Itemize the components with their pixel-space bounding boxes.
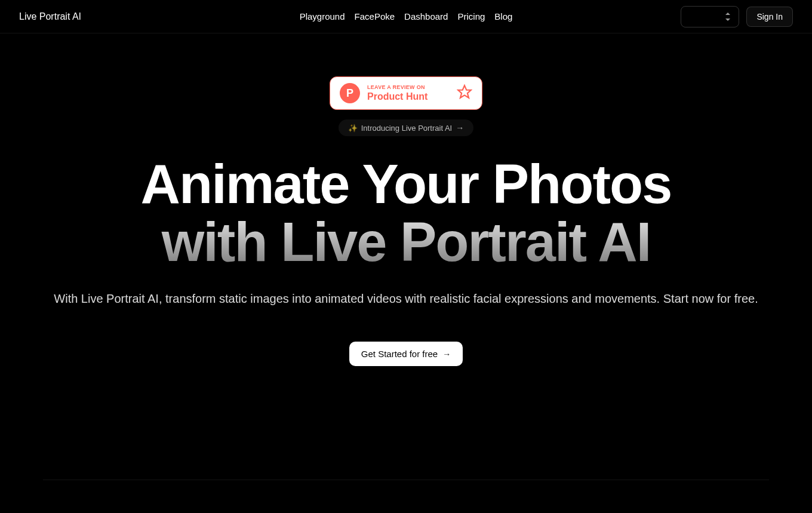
product-hunt-small-text: LEAVE A REVIEW ON: [367, 84, 450, 91]
hero-section: P LEAVE A REVIEW ON Product Hunt ✨ Intro…: [0, 33, 812, 480]
hero-title: Animate Your Photos with Live Portrait A…: [141, 155, 672, 271]
nav-playground[interactable]: Playground: [300, 11, 345, 21]
get-started-button[interactable]: Get Started for free →: [349, 342, 463, 366]
star-icon: [457, 84, 472, 103]
nav-pricing[interactable]: Pricing: [457, 11, 485, 21]
header-right: Sign In: [681, 6, 793, 27]
logo[interactable]: Live Portrait AI: [19, 11, 81, 22]
intro-pill-text: Introducing Live Portrait AI: [361, 124, 452, 133]
product-hunt-logo-icon: P: [340, 83, 360, 103]
nav-dashboard[interactable]: Dashboard: [404, 11, 448, 21]
main-nav: Playground FacePoke Dashboard Pricing Bl…: [300, 11, 513, 21]
hero-subtitle: With Live Portrait AI, transform static …: [54, 292, 758, 306]
language-select[interactable]: [681, 6, 739, 27]
section-divider: [43, 480, 769, 480]
chevrons-up-down-icon: [725, 13, 731, 21]
svg-marker-0: [458, 85, 471, 98]
arrow-right-icon: →: [442, 349, 451, 359]
product-hunt-badge[interactable]: P LEAVE A REVIEW ON Product Hunt: [330, 76, 482, 110]
nav-facepoke[interactable]: FacePoke: [355, 11, 395, 21]
product-hunt-large-text: Product Hunt: [367, 91, 450, 102]
header: Live Portrait AI Playground FacePoke Das…: [0, 0, 812, 33]
intro-pill[interactable]: ✨ Introducing Live Portrait AI →: [339, 119, 473, 136]
arrow-right-icon: →: [456, 123, 464, 133]
cta-label: Get Started for free: [361, 349, 438, 359]
hero-title-line1: Animate Your Photos: [141, 153, 672, 214]
product-hunt-text: LEAVE A REVIEW ON Product Hunt: [367, 84, 450, 102]
sparkle-icon: ✨: [348, 124, 358, 133]
nav-blog[interactable]: Blog: [494, 11, 512, 21]
hero-title-line2: with Live Portrait AI: [162, 211, 650, 272]
signin-button[interactable]: Sign In: [746, 7, 793, 27]
